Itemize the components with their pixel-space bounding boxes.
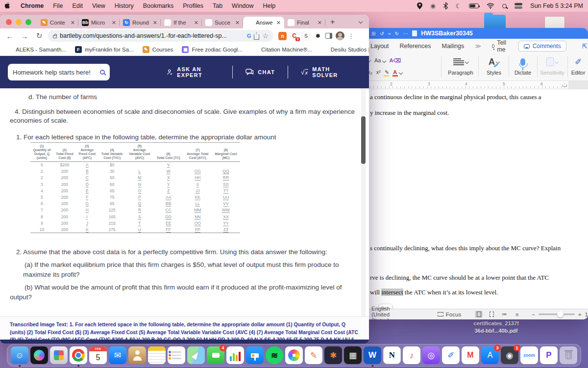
dock-music-icon[interactable]: ♪ bbox=[403, 346, 420, 364]
word-title-bar[interactable]: ⊞ ↺ ↻ ··· HW3SBaker30345 bbox=[343, 28, 588, 39]
dock-photos-icon[interactable] bbox=[285, 346, 303, 364]
scrollbar-thumb[interactable] bbox=[361, 116, 366, 164]
close-tab-icon[interactable]: ✕ bbox=[112, 20, 116, 26]
bookmark-citation[interactable]: VCitation Machine®... bbox=[251, 46, 312, 53]
share-icon[interactable]: ⇱ bbox=[582, 43, 588, 50]
close-tab-icon[interactable]: ✕ bbox=[318, 20, 322, 26]
dock-starburst-app-icon[interactable]: ✱ bbox=[324, 346, 342, 364]
dictate-group[interactable]: Dictate bbox=[511, 55, 535, 76]
fullscreen-window-button[interactable] bbox=[25, 19, 31, 25]
desktop-file-label[interactable]: certificates_2137f 36d-bbf...40b.pdf bbox=[468, 320, 524, 335]
bookmark-aleks[interactable]: AALEKS - Samanth... bbox=[6, 46, 66, 53]
extensions-puzzle-icon[interactable]: ✱ bbox=[314, 32, 322, 40]
dock-trash-icon[interactable] bbox=[560, 346, 577, 364]
side-panel-icon[interactable] bbox=[325, 33, 332, 39]
ask-an-expert-button[interactable]: ASK AN EXPERT bbox=[154, 66, 232, 78]
change-case-button[interactable]: Aa bbox=[374, 57, 386, 63]
redo-icon[interactable]: ↻ bbox=[395, 31, 399, 36]
comments-button[interactable]: Comments bbox=[518, 41, 566, 52]
more-icon[interactable]: ··· bbox=[403, 31, 408, 36]
dock-keynote-icon[interactable] bbox=[246, 346, 264, 364]
tab-mailings[interactable]: Mailings bbox=[441, 43, 464, 50]
editor-group[interactable]: ✐ Editor bbox=[568, 55, 588, 76]
grid-icon[interactable]: ⊞ bbox=[371, 31, 375, 36]
dock-gmail-icon[interactable]: M bbox=[462, 346, 479, 364]
bookmark-zodiac[interactable]: ▣Free zodiac Googl... bbox=[182, 46, 243, 53]
bookmark-courses[interactable]: ✎Courses bbox=[143, 46, 173, 53]
tab-contents[interactable]: ✎ Conte ✕ bbox=[37, 17, 78, 28]
ruler[interactable]: 2 3 4 5 6 7 bbox=[343, 81, 588, 89]
dock-app-store-icon[interactable]: A3 bbox=[481, 346, 499, 364]
zoom-out-button[interactable]: − bbox=[532, 312, 535, 317]
dock-notes-icon[interactable] bbox=[148, 346, 166, 364]
draft-view-button[interactable]: ≡ bbox=[513, 311, 521, 318]
dock-contacts-icon[interactable] bbox=[128, 346, 146, 364]
zoom-slider[interactable] bbox=[539, 314, 575, 315]
dock-word-icon[interactable]: W bbox=[364, 346, 381, 364]
tab-references[interactable]: References bbox=[400, 43, 431, 50]
back-button[interactable]: ← bbox=[4, 32, 16, 40]
math-solver-button[interactable]: √x MATH SOLVER bbox=[288, 66, 361, 78]
dock-drawing-app-icon[interactable]: ✐ bbox=[442, 346, 460, 364]
clear-format-button[interactable]: A⌫ bbox=[390, 57, 401, 64]
menu-history[interactable]: History bbox=[115, 2, 134, 9]
menu-edit[interactable]: Edit bbox=[72, 2, 83, 9]
dock-launchpad-icon[interactable] bbox=[50, 346, 68, 364]
paragraph-group[interactable]: Paragraph bbox=[445, 55, 476, 76]
new-tab-button[interactable]: + bbox=[330, 18, 335, 26]
search-input[interactable] bbox=[13, 69, 100, 76]
dock-chrome-icon[interactable] bbox=[70, 346, 87, 364]
extension-icon-orange[interactable]: n bbox=[278, 32, 287, 40]
bookmark-myfranklin[interactable]: FmyFranklin for Sa... bbox=[75, 46, 134, 53]
sensitivity-group[interactable]: Sensitivity bbox=[538, 55, 566, 76]
close-tab-icon[interactable]: ✕ bbox=[194, 20, 198, 26]
print-layout-view-button[interactable] bbox=[475, 311, 483, 318]
do-not-disturb-moon-icon[interactable]: ☾ bbox=[456, 2, 462, 10]
menu-file[interactable]: File bbox=[53, 2, 63, 9]
close-tab-icon[interactable]: ✕ bbox=[276, 20, 281, 26]
dock-zoom-icon[interactable]: zoom bbox=[520, 346, 538, 364]
dock-spotify-icon[interactable]: ≋ bbox=[266, 346, 283, 364]
extension-icon-c[interactable]: C3 bbox=[290, 32, 298, 40]
dock-podcasts-icon[interactable]: ◎ bbox=[422, 346, 440, 364]
battery-icon[interactable] bbox=[469, 3, 479, 8]
focus-button[interactable]: Focus bbox=[438, 312, 461, 317]
dock-calendar-icon[interactable]: FEB5 bbox=[89, 346, 107, 364]
dock-photo-booth-icon[interactable]: ◉1 bbox=[501, 346, 518, 364]
apple-menu-icon[interactable] bbox=[5, 2, 11, 10]
minimize-window-button[interactable] bbox=[16, 19, 22, 25]
wifi-icon[interactable] bbox=[487, 3, 494, 9]
outline-view-button[interactable]: ≔ bbox=[500, 311, 508, 318]
bluetooth-icon[interactable] bbox=[443, 2, 448, 9]
lock-icon[interactable] bbox=[53, 35, 57, 38]
dock-mail-icon[interactable]: ✉ bbox=[109, 346, 126, 364]
google-icon[interactable]: G bbox=[247, 33, 251, 39]
bartleby-search-box[interactable] bbox=[8, 64, 110, 80]
dock-maps-icon[interactable] bbox=[187, 346, 205, 364]
chevron-down-icon[interactable] bbox=[388, 32, 391, 35]
security-pin-icon[interactable] bbox=[417, 2, 422, 9]
tabs-overflow-icon[interactable]: ≫ bbox=[475, 43, 481, 50]
control-center-icon[interactable] bbox=[514, 3, 522, 9]
close-tab-icon[interactable]: ✕ bbox=[153, 20, 157, 26]
tab-google[interactable]: G If the ✕ bbox=[161, 17, 202, 28]
zoom-in-button[interactable]: + bbox=[578, 312, 582, 317]
indent-marker[interactable] bbox=[563, 83, 567, 87]
extension-icon-s[interactable]: S bbox=[302, 32, 310, 40]
tell-me-button[interactable]: Tell me bbox=[492, 39, 508, 53]
menu-window[interactable]: Window bbox=[232, 2, 253, 9]
undo-icon[interactable]: ↺ bbox=[380, 31, 384, 36]
bookmark-star-icon[interactable]: ☆ bbox=[262, 32, 269, 40]
address-bar[interactable]: bartleby.com/questions-and-answers/1.-fo… bbox=[48, 30, 273, 42]
superscript-button[interactable]: x² bbox=[376, 69, 381, 75]
font-color-button[interactable]: A bbox=[393, 69, 402, 75]
chat-button[interactable]: CHAT bbox=[233, 69, 288, 76]
tab-layout[interactable]: Layout bbox=[370, 43, 389, 50]
menu-profiles[interactable]: Profiles bbox=[183, 2, 203, 9]
spotlight-search-icon[interactable] bbox=[502, 4, 507, 8]
dock-calculator-icon[interactable]: ▦ bbox=[344, 346, 362, 364]
chrome-menu-icon[interactable]: ⋮ bbox=[348, 32, 354, 40]
dock-numbers-icon[interactable] bbox=[226, 346, 244, 364]
profile-avatar[interactable] bbox=[336, 31, 344, 40]
close-window-button[interactable] bbox=[6, 19, 12, 25]
